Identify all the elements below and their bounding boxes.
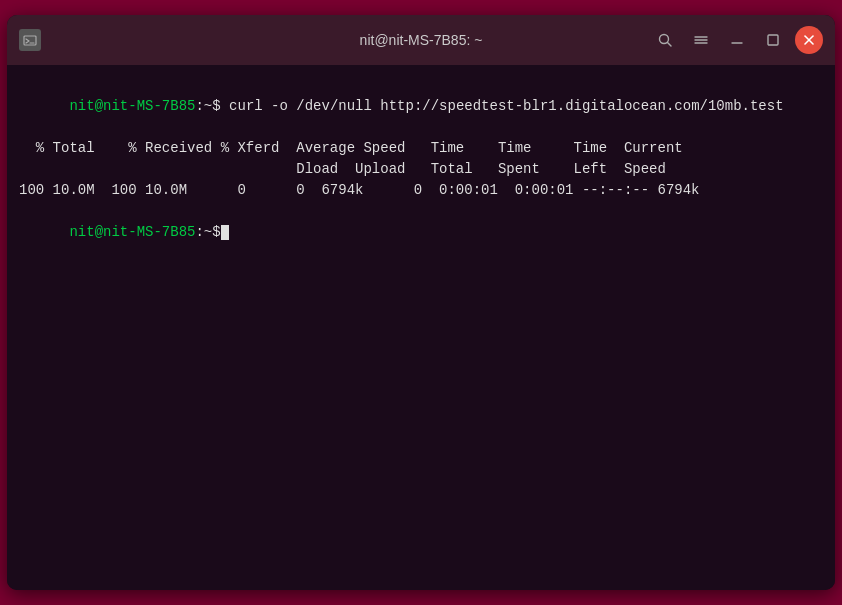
prompt2-suffix: :~$ bbox=[195, 224, 220, 240]
curl-header2: Dload Upload Total Spent Left Speed bbox=[19, 159, 823, 180]
minimize-button[interactable] bbox=[723, 26, 751, 54]
prompt-user: nit@nit-MS-7B85 bbox=[69, 98, 195, 114]
menu-button[interactable] bbox=[687, 26, 715, 54]
cursor bbox=[221, 225, 229, 240]
command-line: nit@nit-MS-7B85:~$ curl -o /dev/null htt… bbox=[19, 75, 823, 138]
svg-line-3 bbox=[668, 43, 672, 47]
terminal-icon bbox=[19, 29, 41, 51]
svg-rect-0 bbox=[24, 36, 36, 45]
titlebar-controls bbox=[651, 26, 823, 54]
prompt2-user: nit@nit-MS-7B85 bbox=[69, 224, 195, 240]
search-button[interactable] bbox=[651, 26, 679, 54]
terminal-content[interactable]: nit@nit-MS-7B85:~$ curl -o /dev/null htt… bbox=[7, 65, 835, 590]
svg-rect-8 bbox=[768, 35, 778, 45]
prompt-suffix: :~$ bbox=[195, 98, 220, 114]
close-button[interactable] bbox=[795, 26, 823, 54]
titlebar: nit@nit-MS-7B85: ~ bbox=[7, 15, 835, 65]
second-prompt-line: nit@nit-MS-7B85:~$ bbox=[19, 201, 823, 264]
curl-data: 100 10.0M 100 10.0M 0 0 6794k 0 0:00:01 … bbox=[19, 180, 823, 201]
maximize-button[interactable] bbox=[759, 26, 787, 54]
command-text: curl -o /dev/null http://speedtest-blr1.… bbox=[221, 98, 784, 114]
curl-header1: % Total % Received % Xferd Average Speed… bbox=[19, 138, 823, 159]
window-title: nit@nit-MS-7B85: ~ bbox=[360, 32, 483, 48]
titlebar-left bbox=[19, 29, 41, 51]
terminal-window: nit@nit-MS-7B85: ~ bbox=[7, 15, 835, 590]
